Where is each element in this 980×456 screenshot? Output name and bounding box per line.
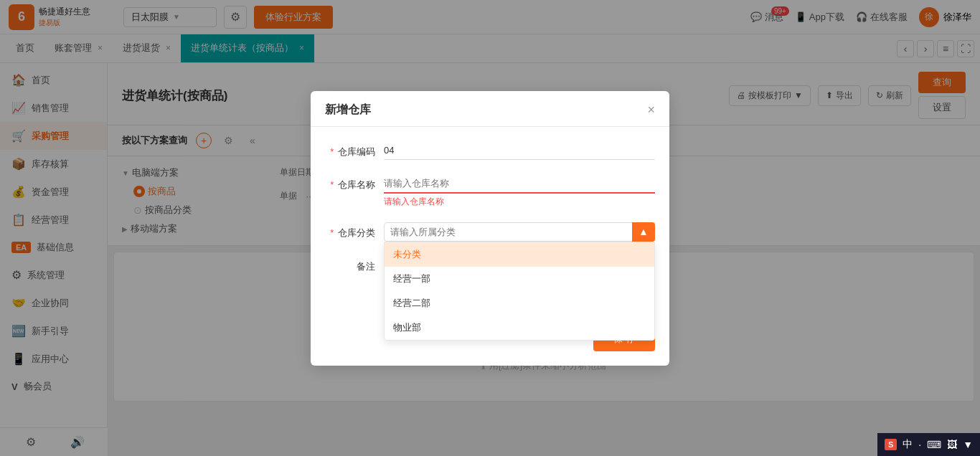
add-warehouse-dialog: 新增仓库 × * 仓库编码 * 仓库名称 — [311, 91, 669, 366]
chinese-input-icon[interactable]: 中 — [903, 438, 913, 451]
category-option-operations1[interactable]: 经营一部 — [385, 267, 654, 291]
category-dropdown: 未分类 经营一部 经营二部 物业部 — [384, 242, 655, 341]
category-label-text: 仓库分类 — [338, 227, 375, 238]
notes-label-text: 备注 — [357, 261, 375, 272]
category-input-wrap: ▲ 未分类 经营一部 经营二部 物业部 — [384, 222, 655, 242]
dialog-header: 新增仓库 × — [311, 91, 669, 127]
dot-separator: · — [918, 439, 921, 450]
s-logo-icon: S — [885, 439, 897, 450]
code-input-wrap — [384, 141, 655, 160]
warehouse-code-input[interactable] — [384, 141, 655, 160]
name-label: * 仓库名称 — [325, 174, 375, 191]
required-star-name: * — [330, 179, 334, 190]
name-label-text: 仓库名称 — [338, 179, 375, 190]
form-row-code: * 仓库编码 — [325, 141, 655, 160]
name-input-wrap: 请输入仓库名称 — [384, 174, 655, 208]
dialog-title: 新增仓库 — [325, 103, 371, 118]
status-bar: S 中 · ⌨ 🖼 ▼ — [877, 433, 980, 456]
warehouse-name-input[interactable] — [384, 174, 655, 194]
dialog-close-button[interactable]: × — [647, 103, 655, 116]
image-icon[interactable]: 🖼 — [947, 439, 957, 450]
category-option-property[interactable]: 物业部 — [385, 315, 654, 340]
code-label-text: 仓库编码 — [338, 146, 375, 157]
notes-label: 备注 — [325, 256, 375, 273]
required-star-category: * — [330, 227, 334, 238]
dialog-body: * 仓库编码 * 仓库名称 请输入仓库名称 — [311, 127, 669, 301]
category-option-unclassified[interactable]: 未分类 — [385, 242, 654, 267]
category-label: * 仓库分类 — [325, 222, 375, 239]
form-row-category: * 仓库分类 ▲ 未分类 经营一部 经营二部 物业部 — [325, 222, 655, 242]
warehouse-category-input[interactable] — [384, 222, 655, 242]
dialog-overlay: 新增仓库 × * 仓库编码 * 仓库名称 — [0, 0, 980, 456]
required-star-code: * — [330, 146, 334, 157]
form-row-name: * 仓库名称 请输入仓库名称 — [325, 174, 655, 208]
category-option-operations2[interactable]: 经营二部 — [385, 291, 654, 315]
keyboard-icon[interactable]: ⌨ — [927, 439, 941, 450]
dropdown-arrow-icon[interactable]: ▼ — [963, 439, 973, 450]
category-toggle-button[interactable]: ▲ — [632, 222, 655, 242]
code-label: * 仓库编码 — [325, 141, 375, 158]
name-error-text: 请输入仓库名称 — [384, 196, 655, 208]
